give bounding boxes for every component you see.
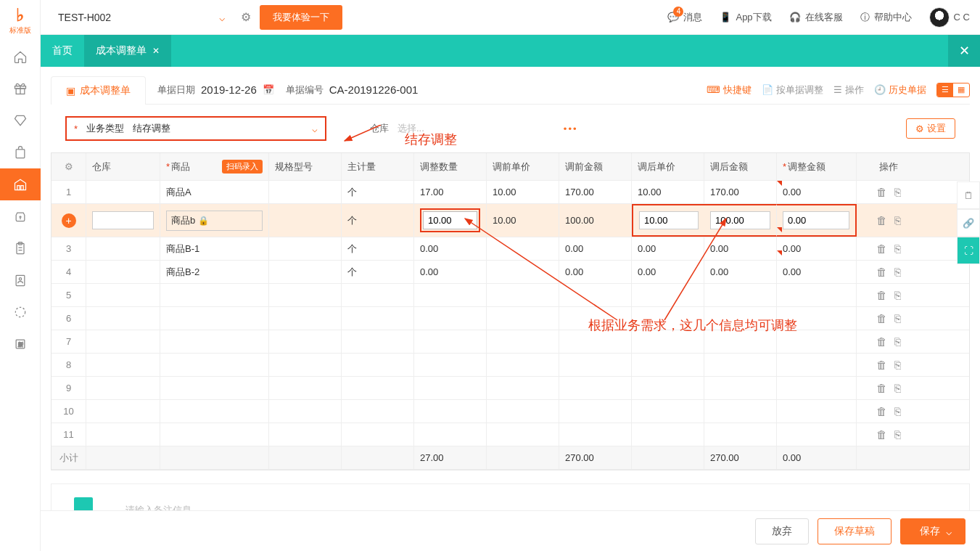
close-all-icon[interactable]: ✕ <box>948 35 980 67</box>
gear-icon[interactable]: ⚙ <box>62 160 76 174</box>
sidebar-warehouse-icon[interactable] <box>0 168 41 200</box>
copy-icon[interactable]: ⎘ <box>894 312 901 325</box>
table-row[interactable]: 1 商品A 个 17.00 10.00 170.00 10.00 170.00 … <box>52 181 969 204</box>
delete-icon[interactable]: 🗑 <box>876 428 887 441</box>
col-post-price: 调后单价 <box>632 153 704 180</box>
view-grid-icon[interactable]: ▦ <box>953 83 969 97</box>
table-row[interactable]: 4 商品B-2 个 0.00 0.00 0.00 0.00 0.00 🗑⎘ <box>52 261 969 284</box>
table-row[interactable]: 7 🗑⎘ <box>52 330 969 354</box>
copy-icon[interactable]: ⎘ <box>894 289 901 301</box>
qty-input[interactable] <box>423 211 477 229</box>
history-action[interactable]: 🕘 历史单据 <box>874 83 926 97</box>
post-price-input[interactable] <box>639 211 699 229</box>
warehouse-select[interactable]: 仓库 选择... ••• <box>370 122 578 135</box>
expand-tool-icon[interactable]: ⛶ <box>957 237 980 264</box>
copy-icon[interactable]: ⎘ <box>894 266 901 278</box>
col-product: *商品扫码录入 <box>160 153 269 180</box>
col-qty: 调整数量 <box>414 153 487 180</box>
table-row[interactable]: 9 🗑⎘ <box>52 377 969 400</box>
link-tool-icon[interactable]: 🔗 <box>957 209 980 237</box>
svg-rect-3 <box>17 186 19 190</box>
message-link[interactable]: 💬 4 消息 <box>667 11 702 24</box>
delete-icon[interactable]: 🗑 <box>876 266 887 278</box>
copy-icon[interactable]: ⎘ <box>894 428 901 441</box>
sidebar-gift-icon[interactable] <box>0 73 41 105</box>
help-link[interactable]: ⓘ 帮助中心 <box>860 11 912 24</box>
delete-icon[interactable]: 🗑 <box>876 382 887 394</box>
copy-icon[interactable]: ⎘ <box>894 214 901 226</box>
avatar <box>929 7 950 28</box>
adj-amt-input[interactable] <box>783 211 849 229</box>
col-post-amt: 调后金额 <box>704 153 777 180</box>
org-name: TEST-H002 <box>58 12 111 23</box>
note-tool-icon[interactable]: 🗒 <box>957 181 980 209</box>
scan-badge[interactable]: 扫码录入 <box>222 160 263 174</box>
delete-icon[interactable]: 🗑 <box>876 405 887 417</box>
copy-icon[interactable]: ⎘ <box>894 335 901 348</box>
save-draft-button[interactable]: 保存草稿 <box>818 518 892 544</box>
sidebar-home-icon[interactable] <box>0 41 41 73</box>
biz-type-select[interactable]: * 业务类型 结存调整 ⌵ <box>65 116 326 141</box>
delete-icon[interactable]: 🗑 <box>876 242 887 255</box>
filter-row: * 业务类型 结存调整 ⌵ 结存调整 仓库 选择... ••• ⚙ 设置 <box>51 105 970 152</box>
save-button[interactable]: 保存⌵ <box>900 518 965 544</box>
copy-icon[interactable]: ⎘ <box>894 186 901 198</box>
table-row[interactable]: 8 🗑⎘ <box>52 354 969 377</box>
table-row[interactable]: 11 🗑⎘ <box>52 423 969 446</box>
col-spec: 规格型号 <box>269 153 342 180</box>
add-row-button[interactable]: + <box>62 213 76 228</box>
table-row[interactable]: 10 🗑⎘ <box>52 400 969 423</box>
wh-input[interactable] <box>92 211 154 229</box>
delete-icon[interactable]: 🗑 <box>876 289 887 301</box>
copy-icon[interactable]: ⎘ <box>894 405 901 417</box>
tab-home[interactable]: 首页 <box>41 35 84 67</box>
copy-icon[interactable]: ⎘ <box>894 382 901 394</box>
copy-icon[interactable]: ⎘ <box>894 242 901 255</box>
date-field[interactable]: 单据日期 2019-12-26 📅 <box>157 83 274 97</box>
calendar-icon: 📅 <box>263 84 274 95</box>
post-amt-input[interactable] <box>710 211 770 229</box>
org-selector[interactable]: TEST-H002 ⌵ <box>51 9 232 26</box>
app-download-link[interactable]: 📱 App下载 <box>720 11 771 24</box>
sidebar: ♭ 标准版 新 <box>0 0 41 551</box>
table-row[interactable]: + 商品b🔒 个 10.00 100.00 🗑⎘ <box>52 204 969 237</box>
sidebar-diamond-icon[interactable] <box>0 105 41 136</box>
table-row[interactable]: 5 🗑⎘ <box>52 284 969 307</box>
byorder-action[interactable]: 📄 按单据调整 <box>762 83 823 97</box>
customer-service-link[interactable]: 🎧 在线客服 <box>789 11 843 24</box>
svg-rect-4 <box>20 186 22 190</box>
experience-button[interactable]: 我要体验一下 <box>260 5 342 30</box>
doc-actions: ⌨ 快捷键 📄 按单据调整 ☰ 操作 🕘 历史单据 ☰ ▦ <box>707 83 970 97</box>
operate-action[interactable]: ☰ 操作 <box>833 83 864 97</box>
sidebar-new-icon[interactable]: 新 <box>0 328 41 360</box>
sidebar-cycle-icon[interactable] <box>0 296 41 328</box>
message-badge: 4 <box>673 7 683 17</box>
discard-button[interactable]: 放弃 <box>755 518 809 544</box>
delete-icon[interactable]: 🗑 <box>876 359 887 371</box>
table-row[interactable]: 3 商品B-1 个 0.00 0.00 0.00 0.00 0.00 🗑⎘ <box>52 237 969 261</box>
user-menu[interactable]: C C <box>929 7 970 28</box>
shortcut-action[interactable]: ⌨ 快捷键 <box>707 83 752 97</box>
sidebar-user-icon[interactable] <box>0 264 41 296</box>
view-list-icon[interactable]: ☰ <box>937 83 953 97</box>
delete-icon[interactable]: 🗑 <box>876 214 887 226</box>
table-row[interactable]: 6 🗑⎘ <box>52 307 969 330</box>
gear-icon[interactable]: ⚙ <box>241 10 251 24</box>
col-pre-amt: 调前金额 <box>559 153 632 180</box>
more-icon[interactable]: ••• <box>564 123 578 134</box>
headset-icon: 🎧 <box>789 12 801 23</box>
svg-text:新: 新 <box>17 342 22 347</box>
close-icon[interactable]: ✕ <box>152 46 160 56</box>
sidebar-bag-icon[interactable] <box>0 136 41 168</box>
delete-icon[interactable]: 🗑 <box>876 186 887 198</box>
table: ⚙ 仓库 *商品扫码录入 规格型号 主计量 调整数量 调前单价 调前金额 调后单… <box>51 152 970 470</box>
tab-cost-adjust[interactable]: 成本调整单 ✕ <box>84 35 171 67</box>
copy-icon[interactable]: ⎘ <box>894 359 901 371</box>
delete-icon[interactable]: 🗑 <box>876 312 887 325</box>
sidebar-money-icon[interactable] <box>0 200 41 232</box>
col-unit: 主计量 <box>342 153 414 180</box>
settings-button[interactable]: ⚙ 设置 <box>906 118 955 139</box>
delete-icon[interactable]: 🗑 <box>876 335 887 348</box>
chevron-down-icon: ⌵ <box>946 526 952 537</box>
sidebar-clipboard-icon[interactable] <box>0 232 41 264</box>
